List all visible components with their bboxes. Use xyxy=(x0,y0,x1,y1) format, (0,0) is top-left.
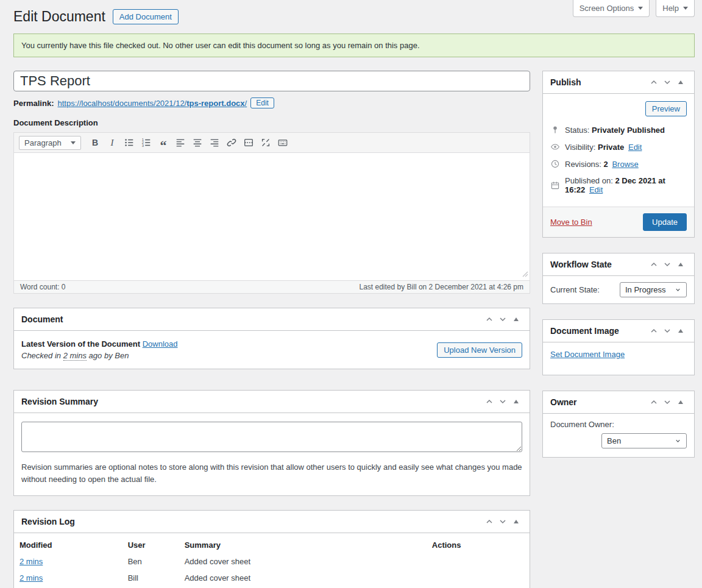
toggle-up-icon xyxy=(514,317,519,321)
panel-toggle-button[interactable] xyxy=(675,258,687,271)
upload-new-version-button[interactable]: Upload New Version xyxy=(437,342,522,358)
owner-panel-header: Owner xyxy=(543,391,694,414)
panel-order-up-button[interactable] xyxy=(648,258,660,271)
checked-in-suffix: ago by Ben xyxy=(89,351,129,360)
document-title-input[interactable] xyxy=(13,71,530,91)
panel-order-down-button[interactable] xyxy=(497,313,509,325)
revisions-value: 2 xyxy=(604,160,608,169)
publish-footer: Move to Bin Update xyxy=(543,207,694,237)
format-select-value: Paragraph xyxy=(24,138,62,147)
panel-order-up-button[interactable] xyxy=(648,325,660,337)
column-header-user: User xyxy=(122,537,179,553)
panel-toggle-button[interactable] xyxy=(510,313,522,325)
blockquote-icon[interactable]: “ xyxy=(155,135,171,150)
workflow-state-header: Workflow State xyxy=(543,253,694,276)
status-row: Status: Privately Published xyxy=(550,121,687,138)
calendar-icon xyxy=(550,180,560,190)
panel-order-down-button[interactable] xyxy=(661,76,673,88)
link-icon[interactable] xyxy=(224,135,239,150)
document-image-title: Document Image xyxy=(550,326,619,336)
add-document-button[interactable]: Add Document xyxy=(113,9,179,24)
chevron-down-icon xyxy=(675,286,681,293)
italic-icon[interactable]: I xyxy=(104,135,120,150)
format-select[interactable]: Paragraph xyxy=(19,136,81,150)
permalink-url-base: https://localhost/documents/2021/12/ xyxy=(57,99,186,108)
revision-time-link[interactable]: 2 mins xyxy=(20,557,43,566)
visibility-edit-link[interactable]: Edit xyxy=(628,143,642,152)
panel-order-down-button[interactable] xyxy=(661,325,673,337)
panel-toggle-button[interactable] xyxy=(675,325,687,337)
toggle-up-icon xyxy=(678,329,683,333)
panel-toggle-button[interactable] xyxy=(510,515,522,528)
permalink-url-suffix: / xyxy=(245,99,247,108)
panel-order-down-button[interactable] xyxy=(661,258,673,271)
set-document-image-link[interactable]: Set Document Image xyxy=(550,350,625,359)
document-owner-select[interactable]: Ben xyxy=(601,433,687,448)
revision-time-link[interactable]: 2 mins xyxy=(20,573,43,583)
permalink-link[interactable]: https://localhost/documents/2021/12/tps-… xyxy=(57,99,247,108)
keyboard-shortcuts-icon[interactable] xyxy=(275,135,291,150)
revisions-label: Revisions: xyxy=(565,160,601,169)
panel-toggle-button[interactable] xyxy=(675,396,687,408)
align-left-icon[interactable] xyxy=(172,135,188,150)
workflow-state-body: Current State: In Progress xyxy=(543,276,694,303)
download-link[interactable]: Download xyxy=(143,339,178,349)
revisions-row: Revisions: 2 Browse xyxy=(550,155,687,172)
permalink-edit-button[interactable]: Edit xyxy=(250,97,274,108)
revision-summary-header: Revision Summary xyxy=(14,391,530,413)
align-center-icon[interactable] xyxy=(190,135,205,150)
checkout-notice-text: You currently have this file checked out… xyxy=(21,41,420,50)
table-row: 2 mins Ben Added cover sheet xyxy=(14,553,530,570)
screen-options-tab[interactable]: Screen Options xyxy=(573,0,650,17)
document-panel-header: Document xyxy=(14,308,530,331)
panel-toggle-button[interactable] xyxy=(510,395,522,408)
workflow-state-select[interactable]: In Progress xyxy=(620,282,687,297)
fullscreen-icon[interactable] xyxy=(258,135,274,150)
panel-order-down-button[interactable] xyxy=(661,396,673,408)
revision-user: Ben xyxy=(122,553,179,570)
document-panel-body: Latest Version of the Document Download … xyxy=(14,331,530,369)
published-edit-link[interactable]: Edit xyxy=(589,185,603,194)
chevron-down-icon xyxy=(638,7,643,10)
revision-summary-body: Revision summaries are optional notes to… xyxy=(14,413,530,495)
visibility-value: Private xyxy=(598,143,624,152)
document-owner-value: Ben xyxy=(607,436,621,445)
numbered-list-icon[interactable]: 123 xyxy=(138,135,154,150)
workflow-state-value: In Progress xyxy=(625,285,665,294)
panel-order-up-button[interactable] xyxy=(483,395,495,408)
status-label: Status: xyxy=(565,126,589,135)
screen-options-label: Screen Options xyxy=(580,4,634,13)
read-more-icon[interactable] xyxy=(241,135,257,150)
toggle-up-icon xyxy=(678,400,683,404)
revision-user: Bill xyxy=(122,570,179,586)
move-to-bin-link[interactable]: Move to Bin xyxy=(550,218,592,227)
help-tab[interactable]: Help xyxy=(656,0,695,17)
publish-misc-section: Status: Privately Published Visibility: … xyxy=(543,119,694,203)
revision-summary-title: Revision Summary xyxy=(21,397,98,406)
status-value: Privately Published xyxy=(592,126,665,135)
panel-order-down-button[interactable] xyxy=(497,515,509,528)
panel-toggle-button[interactable] xyxy=(675,76,687,88)
preview-button[interactable]: Preview xyxy=(645,101,687,116)
align-right-icon[interactable] xyxy=(207,135,222,150)
description-edit-area[interactable] xyxy=(14,153,530,280)
panel-order-up-button[interactable] xyxy=(483,313,495,325)
resize-grip-icon[interactable] xyxy=(521,270,528,279)
table-row: 2 mins Bill Added cover sheet xyxy=(14,570,530,586)
publish-panel-title: Publish xyxy=(550,77,581,87)
browse-revisions-link[interactable]: Browse xyxy=(612,160,638,169)
visibility-row: Visibility: Private Edit xyxy=(550,138,687,155)
bold-icon[interactable]: B xyxy=(87,135,103,150)
document-image-header: Document Image xyxy=(543,320,694,342)
panel-order-down-button[interactable] xyxy=(497,395,509,408)
update-button[interactable]: Update xyxy=(643,213,687,231)
panel-order-up-button[interactable] xyxy=(648,396,660,408)
panel-order-up-button[interactable] xyxy=(483,515,495,528)
revision-summary-textarea[interactable] xyxy=(21,422,522,452)
owner-panel: Owner Document Owner: Ben xyxy=(542,391,695,458)
bulleted-list-icon[interactable] xyxy=(121,135,137,150)
revision-summary-cell: Added cover sheet xyxy=(179,570,427,586)
document-panel-title: Document xyxy=(21,314,63,324)
toggle-up-icon xyxy=(678,263,683,266)
panel-order-up-button[interactable] xyxy=(648,76,660,88)
